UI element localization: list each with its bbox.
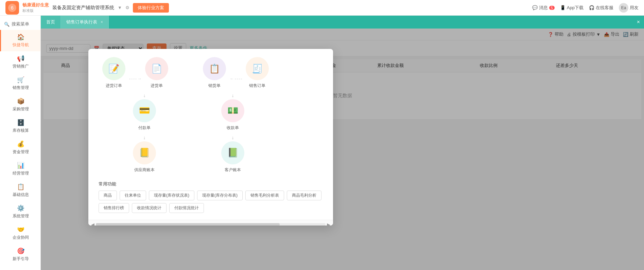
flow-node-customer[interactable]: 📗 客户账本 [217, 141, 248, 173]
message-badge: 5 [549, 6, 555, 10]
tab-sales-order-label: 销售订单执行表 [66, 19, 97, 25]
app-logo: 6 畅康通好生意 标准版 [5, 1, 49, 15]
modal-overlay[interactable]: 📝 进货订单 - - - - → 📄 进货单 [41, 29, 644, 270]
sales-bill-circle: 📋 [203, 57, 226, 80]
tab-bar: 首页 销售订单执行表 × × [41, 16, 644, 29]
finance-icon: 💰 [17, 140, 24, 148]
flow-node-purchase-order[interactable]: 📝 进货订单 [99, 57, 129, 89]
sidebar-item-operations[interactable]: 📊 经营管理 [0, 158, 40, 180]
flow-col-supplier: ↓ 📒 供应商账本 [129, 134, 160, 173]
scrollbar-row[interactable]: ◀ ▶ [88, 220, 333, 226]
supplier-label: 供应商账本 [134, 167, 155, 173]
sidebar-item-sales[interactable]: 🛒 销售管理 [0, 73, 40, 94]
sidebar-item-marketing[interactable]: 📢 营销推广 [0, 51, 40, 73]
flow-node-sales-bill[interactable]: 📋 销货单 [199, 57, 230, 89]
user-item[interactable]: Ea 用友 [619, 3, 639, 13]
tab-sales-order[interactable]: 销售订单执行表 × [61, 16, 109, 29]
search-menu[interactable]: 🔍 搜索菜单 [0, 18, 40, 30]
arrow-pay-sup: ↓ [143, 135, 146, 141]
user-name: 用友 [630, 5, 639, 11]
sidebar-label-sales: 销售管理 [13, 85, 29, 91]
sidebar-item-purchase[interactable]: 📦 采购管理 [0, 94, 40, 115]
sidebar-item-finance[interactable]: 💰 资金管理 [0, 137, 40, 158]
experience-btn[interactable]: 体验行业方案 [133, 3, 169, 13]
flow-col-receipt: ↓ 💵 收款单 [217, 92, 248, 131]
search-label: 搜索菜单 [12, 21, 29, 27]
flow-node-receipt[interactable]: 💵 收款单 [217, 99, 248, 131]
purchase-icon: 📦 [17, 97, 24, 105]
flow-diagram: 📝 进货订单 - - - - → 📄 进货单 [99, 57, 323, 178]
app-download-label: App下载 [567, 5, 584, 11]
cf-btn-product-profit[interactable]: 商品毛利分析 [287, 191, 321, 200]
message-icon: 💬 [532, 5, 538, 10]
flow-row-2: ↓ 💳 付款单 ↓ [99, 92, 323, 131]
operations-icon: 📊 [17, 162, 24, 169]
cf-buttons-row2: 销售排行榜 收款情况统计 付款情况统计 [99, 203, 323, 213]
modal-content: 📝 进货订单 - - - - → 📄 进货单 [88, 49, 333, 220]
purchase-bill-circle: 📄 [145, 57, 168, 80]
settings-icon[interactable]: ⚙ [125, 5, 129, 10]
system-title: 装备及固定资产辅助管理系统 [52, 5, 114, 11]
app-layout: 🔍 搜索菜单 🏠 快捷导航 📢 营销推广 🛒 销售管理 📦 采购管理 🗄️ [0, 16, 644, 270]
scroll-left-icon[interactable]: ◀ [91, 222, 94, 226]
payment-label: 付款单 [138, 125, 151, 131]
sidebar-item-quick-nav[interactable]: 🏠 快捷导航 [0, 30, 40, 51]
logo-text-group: 畅康通好生意 标准版 [22, 2, 49, 13]
cf-btn-stock-dist[interactable]: 现存量(库存分布表) [197, 191, 243, 200]
cf-btn-product[interactable]: 商品 [99, 191, 117, 200]
sidebar-item-enterprise[interactable]: 🤝 企业协同 [0, 222, 40, 244]
sidebar-item-basic-info[interactable]: 📋 基础信息 [0, 180, 40, 201]
scroll-right-icon[interactable]: ▶ [327, 222, 330, 226]
sidebar-label-operations: 经营管理 [13, 170, 29, 176]
sidebar-item-system[interactable]: ⚙️ 系统管理 [0, 201, 40, 222]
tab-close-icon[interactable]: × [101, 20, 103, 24]
cf-btn-sales-analysis[interactable]: 销售毛利分析表 [245, 191, 284, 200]
top-header: 6 畅康通好生意 标准版 装备及固定资产辅助管理系统 ▼ ⚙ 体验行业方案 💬 … [0, 0, 644, 16]
arrow-po-pb: - - - - → [129, 76, 141, 81]
sidebar-label-basic-info: 基础信息 [13, 192, 29, 198]
customer-label: 客户账本 [225, 167, 241, 173]
sidebar-item-inventory[interactable]: 🗄️ 库存核算 [0, 115, 40, 137]
main-content: 首页 销售订单执行表 × × ❓ 帮助 🖨 按模板打印 ▼ [41, 16, 644, 270]
scroll-track [96, 223, 326, 226]
sidebar-item-newbie[interactable]: 🎯 新手引导 [0, 244, 40, 265]
purchase-bill-label: 进货单 [151, 83, 163, 89]
message-item[interactable]: 💬 消息 5 [532, 5, 555, 11]
avatar-text: Ea [621, 5, 626, 10]
sidebar-label-finance: 资金管理 [13, 149, 29, 155]
tab-home[interactable]: 首页 [41, 16, 61, 29]
app-download-item[interactable]: 📱 App下载 [560, 5, 584, 11]
flow-node-purchase-bill[interactable]: 📄 进货单 [141, 57, 172, 89]
header-right: 💬 消息 5 📱 App下载 🎧 在线客服 Ea 用友 [532, 3, 639, 13]
headset-icon: 🎧 [589, 5, 594, 10]
flow-node-sales-order[interactable]: 🧾 销售订单 [242, 57, 273, 89]
app-version: 标准版 [22, 8, 49, 13]
flow-node-payment[interactable]: 💳 付款单 [129, 99, 160, 131]
modal-dialog: 📝 进货订单 - - - - → 📄 进货单 [88, 49, 333, 226]
flow-node-supplier[interactable]: 📒 供应商账本 [129, 141, 160, 173]
receipt-label: 收款单 [227, 125, 239, 131]
flow-row-1: 📝 进货订单 - - - - → 📄 进货单 [99, 57, 323, 89]
sales-icon: 🛒 [17, 76, 24, 84]
sidebar-label-quick-nav: 快捷导航 [13, 42, 29, 48]
cf-btn-partner[interactable]: 往来单位 [120, 191, 146, 200]
cf-btn-stock-status[interactable]: 现存量(库存状况表) [149, 191, 194, 200]
sidebar-label-marketing: 营销推广 [13, 64, 29, 69]
window-close-btn[interactable]: × [637, 19, 640, 25]
scroll-thumb [96, 223, 280, 226]
marketing-icon: 📢 [17, 55, 24, 62]
online-service-item[interactable]: 🎧 在线客服 [589, 5, 613, 11]
sales-order-label: 销售订单 [249, 83, 265, 89]
dropdown-arrow-icon[interactable]: ▼ [118, 5, 122, 10]
svg-text:6: 6 [11, 5, 14, 11]
cf-btn-payment-stat[interactable]: 付款情况统计 [169, 203, 204, 213]
supplier-circle: 📒 [133, 141, 156, 164]
cf-buttons: 商品 往来单位 现存量(库存状况表) 现存量(库存分布表) 销售毛利分析表 商品… [99, 191, 323, 200]
cf-btn-sales-rank[interactable]: 销售排行榜 [99, 203, 129, 213]
search-icon: 🔍 [4, 22, 10, 27]
inventory-icon: 🗄️ [17, 119, 24, 126]
sidebar: 🔍 搜索菜单 🏠 快捷导航 📢 营销推广 🛒 销售管理 📦 采购管理 🗄️ [0, 16, 41, 270]
cf-btn-receipt-stat[interactable]: 收款情况统计 [132, 203, 167, 213]
cf-title: 常用功能 [99, 181, 323, 187]
receipt-circle: 💵 [221, 99, 244, 122]
